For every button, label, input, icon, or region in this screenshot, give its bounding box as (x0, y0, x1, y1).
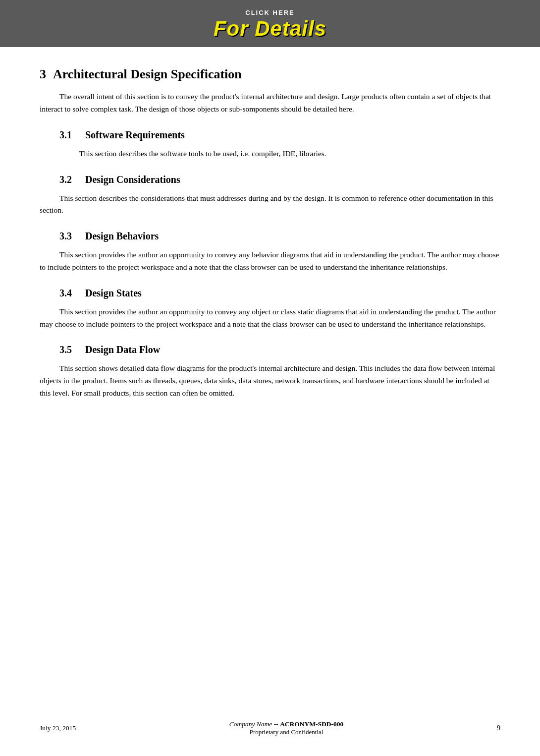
section-3-title: 3 Architectural Design Specification (40, 67, 500, 82)
section-3-intro: The overall intent of this section is to… (40, 91, 500, 116)
subsection-3-3-number: 3.3 (59, 231, 78, 242)
subsection-3-1-number: 3.1 (59, 129, 78, 141)
subsection-3-4-title: 3.4 Design States (40, 288, 500, 299)
footer-proprietary: Proprietary and Confidential (229, 728, 344, 736)
subsection-3-5-heading: Design Data Flow (85, 344, 160, 355)
for-details-label: For Details (214, 17, 326, 40)
footer-company-name: Company Name (229, 720, 272, 728)
subsection-3-4-body: This section provides the author an oppo… (40, 306, 500, 331)
subsection-3-2-body: This section describes the consideration… (40, 192, 500, 217)
footer-acronym: ACRONYM-SDD-000 (280, 720, 343, 728)
subsection-3-1: 3.1 Software Requirements This section d… (40, 129, 500, 160)
section-3-heading: Architectural Design Specification (53, 67, 242, 82)
subsection-3-3: 3.3 Design Behaviors This section provid… (40, 231, 500, 274)
page-content: 3 Architectural Design Specification The… (0, 47, 540, 443)
subsection-3-4: 3.4 Design States This section provides … (40, 288, 500, 331)
subsection-3-2-heading: Design Considerations (85, 174, 180, 185)
subsection-3-5-number: 3.5 (59, 344, 78, 355)
subsection-3-4-heading: Design States (85, 288, 142, 299)
footer-date: July 23, 2015 (40, 724, 76, 732)
footer-separator: -- (274, 720, 280, 728)
subsection-3-1-title: 3.1 Software Requirements (40, 129, 500, 141)
subsection-3-2-title: 3.2 Design Considerations (40, 174, 500, 185)
subsection-3-5-title: 3.5 Design Data Flow (40, 344, 500, 355)
click-here-label: CLICK HERE (245, 9, 294, 16)
subsection-3-3-heading: Design Behaviors (85, 231, 159, 242)
subsection-3-3-title: 3.3 Design Behaviors (40, 231, 500, 242)
subsection-3-5-body: This section shows detailed data flow di… (40, 362, 500, 399)
subsection-3-2: 3.2 Design Considerations This section d… (40, 174, 500, 217)
page-footer: July 23, 2015 Company Name -- ACRONYM-SD… (0, 720, 540, 736)
subsection-3-3-body: This section provides the author an oppo… (40, 249, 500, 274)
subsection-3-1-heading: Software Requirements (85, 129, 185, 141)
subsection-3-4-number: 3.4 (59, 288, 78, 299)
header-banner[interactable]: CLICK HERE For Details (0, 0, 540, 47)
subsection-3-1-body: This section describes the software tool… (40, 148, 500, 160)
footer-page-number: 9 (497, 724, 500, 732)
subsection-3-2-number: 3.2 (59, 174, 78, 185)
section-3-number: 3 (40, 67, 46, 82)
subsection-3-5: 3.5 Design Data Flow This section shows … (40, 344, 500, 399)
footer-center: Company Name -- ACRONYM-SDD-000 Propriet… (229, 720, 344, 736)
